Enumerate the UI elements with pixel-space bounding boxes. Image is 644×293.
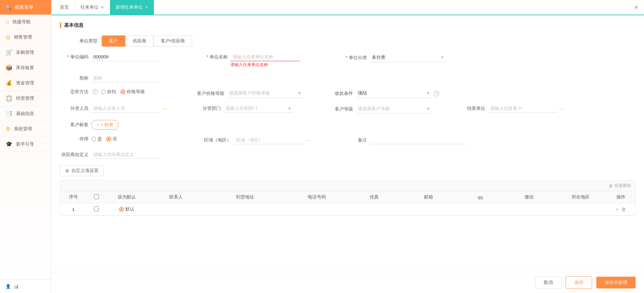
address-input[interactable] [224, 207, 266, 212]
custom-settings-label: 自定义项设置 [71, 168, 99, 174]
manager-input[interactable] [91, 104, 161, 113]
settlement-more-btn[interactable]: ··· [558, 105, 566, 112]
form-row-2: 简称 [60, 74, 636, 82]
sidebar-item-system[interactable]: ⚙ 系统管理 [0, 121, 51, 137]
email-input[interactable] [415, 207, 442, 212]
region-input[interactable] [234, 136, 304, 144]
region-more-btn[interactable]: ··· [304, 137, 312, 144]
default-radio[interactable]: 默认 [110, 206, 144, 212]
tab-new-partner-close[interactable]: ✕ [145, 5, 148, 10]
user-level-icon: 📊 [14, 284, 19, 289]
remark-input[interactable] [370, 136, 467, 144]
radio-no[interactable]: 否 [106, 136, 117, 142]
sidebar-item-label: 库存核算 [16, 65, 34, 71]
sidebar-item-finance[interactable]: 💰 资金管理 [0, 75, 51, 91]
sidebar-item-quick-nav[interactable]: ⌂ 快捷导航 [0, 15, 51, 30]
cell-checkbox [87, 203, 106, 215]
sidebar-item-label: 销售管理 [14, 34, 32, 40]
save-and-new-button[interactable]: 保存并新增 [596, 277, 636, 288]
fax-input[interactable] [362, 207, 386, 212]
sidebar-item-purchase[interactable]: 🛒 采购管理 [0, 45, 51, 60]
cell-contact[interactable] [148, 203, 205, 215]
cell-index: 1 [60, 203, 87, 215]
sidebar-item-operations[interactable]: 📋 经营管理 [0, 91, 51, 106]
dept-input[interactable] [223, 104, 293, 113]
main-content: 首页 往来单位 ✕ 新增往来单位 ✕ ✕ 基本信息 单位类型 客户 供应商 客户… [52, 0, 644, 293]
search-icon: 🔍 [6, 5, 11, 10]
cell-qq[interactable] [457, 203, 503, 215]
payment-terms-group: 收款条件 现结 ▼ ? [324, 89, 450, 98]
short-name-input[interactable] [91, 74, 161, 82]
pricing-radio-group: 折扣 价格等级 [101, 89, 145, 95]
customer-price-level-select[interactable]: 请选择客户价格等级 ▼ [227, 89, 304, 98]
sidebar-item-label: 资金管理 [16, 80, 34, 86]
tab-partners-label: 往来单位 [80, 4, 99, 10]
cell-default: 默认 [106, 203, 148, 215]
cell-wechat[interactable] [503, 203, 555, 215]
col-wechat: 微信 [503, 191, 555, 203]
disable-label: 停用 [60, 136, 91, 142]
cell-region[interactable] [555, 203, 606, 215]
unit-category-select[interactable]: 未分类 ▼ [370, 53, 446, 62]
manager-more-btn[interactable]: ··· [161, 105, 169, 112]
type-btn-both[interactable]: 客户/供应商 [154, 35, 192, 47]
radio-circle-yes [91, 137, 96, 141]
cell-email[interactable] [400, 203, 457, 215]
batch-delete-btn[interactable]: 🗑 批量删除 [609, 183, 631, 189]
add-row-btn[interactable]: + [615, 206, 618, 212]
cancel-button[interactable]: 取消 [535, 276, 561, 289]
qq-input[interactable] [470, 207, 491, 212]
supplier-custom-input[interactable] [91, 150, 161, 159]
contact-input[interactable] [162, 207, 190, 212]
type-btn-customer[interactable]: 客户 [102, 35, 125, 47]
supplier-custom-label: 供应商自定义 [60, 152, 91, 158]
sidebar-item-sales[interactable]: ◎ 销售管理 [0, 30, 51, 45]
sidebar-item-inventory[interactable]: 📦 库存核算 [0, 60, 51, 75]
sidebar-item-label: 系统管理 [14, 126, 32, 132]
cell-phone[interactable] [285, 203, 348, 215]
tab-home-label: 首页 [60, 4, 69, 10]
inventory-icon: 📦 [6, 64, 13, 71]
select-all-checkbox[interactable] [94, 194, 99, 199]
unit-code-input[interactable] [91, 53, 161, 61]
unit-code-group: 单位编码 [60, 53, 185, 61]
radio-discount[interactable]: 折扣 [101, 89, 116, 95]
row-checkbox[interactable] [94, 206, 99, 211]
sidebar-item-basic-info[interactable]: 📑 基础信息 [0, 106, 51, 121]
payment-terms-select[interactable]: 现结 ▼ [356, 89, 432, 98]
tab-home[interactable]: 首页 [54, 0, 75, 15]
delete-row-btn[interactable]: 🗑 [621, 206, 626, 212]
settlement-group: 结算单位 ··· [457, 104, 582, 113]
cell-fax[interactable] [348, 203, 400, 215]
custom-settings-btn[interactable]: ⚙ 自定义项设置 [60, 165, 104, 176]
unit-category-value: 未分类 [372, 54, 385, 60]
close-all-tabs-btn[interactable]: ✕ [631, 4, 641, 11]
radio-price-level[interactable]: 价格等级 [120, 89, 145, 95]
dept-chevron: ▼ [288, 106, 291, 111]
radio-yes[interactable]: 是 [91, 136, 102, 142]
payment-terms-value: 现结 [358, 90, 367, 96]
remark-label: 备注 [338, 137, 370, 143]
sidebar-item-guide[interactable]: 🎓 新手引导 [0, 137, 51, 152]
pricing-help-icon[interactable]: ? [93, 89, 98, 95]
tab-partners-close[interactable]: ✕ [101, 5, 104, 10]
type-btn-supplier[interactable]: 供应商 [125, 35, 154, 47]
save-button[interactable]: 保存 [566, 276, 592, 289]
tab-new-partner[interactable]: 新增往来单位 ✕ [110, 0, 154, 15]
wechat-input[interactable] [517, 207, 541, 212]
table-header-bar: 🗑 批量删除 [60, 181, 635, 191]
settlement-input[interactable] [488, 104, 558, 113]
unit-name-input[interactable] [230, 53, 300, 61]
region-table-input[interactable] [568, 207, 593, 212]
tab-partners[interactable]: 往来单位 ✕ [75, 0, 110, 15]
payment-help-icon[interactable]: ? [434, 91, 439, 96]
search-menu-btn[interactable]: 🔍 搜索菜单 [0, 0, 51, 15]
add-tag-btn[interactable]: + + 标签 [91, 120, 119, 130]
customer-level-label: 客户等级 [324, 106, 356, 112]
cell-address[interactable] [205, 203, 285, 215]
phone-input[interactable] [301, 207, 332, 212]
disable-radio-group: 是 否 [91, 136, 117, 142]
dept-label: 分管部门 [192, 105, 223, 112]
radio-label-no: 否 [112, 136, 117, 142]
customer-level-select[interactable]: 请选择客户等级 ▼ [356, 104, 432, 114]
